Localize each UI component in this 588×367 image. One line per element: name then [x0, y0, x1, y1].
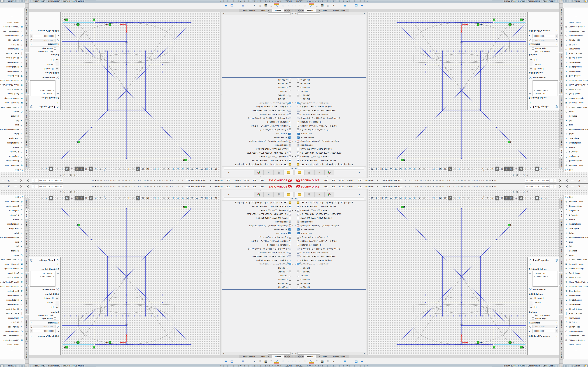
- tree-row[interactable]: ⧉○Ƨ∙∩ ⁎ ◉Λm○◦○mΛ◉ ⁎ ∩∙Ƨ○: [222, 128, 294, 132]
- sketch-tool-move-entities[interactable]: ↗Move Entities: [0, 69, 25, 74]
- sketch-tool-mirror-entities[interactable]: ⧦Mirror Entities: [0, 87, 25, 92]
- sketch-tool-perimeter-circle[interactable]: ◎Perimeter Circle: [0, 200, 25, 204]
- tab-nav-buttons[interactable]: |◀◀▶▶|: [284, 355, 294, 358]
- tab-configurationmanager[interactable]: ⌖: [264, 192, 274, 197]
- command-tab-surfaces[interactable]: Surfaces: [559, 136, 563, 148]
- bottom-toolbar-icon[interactable]: ◔: [235, 359, 240, 364]
- sketch-tool-spline[interactable]: ∿Spline: [563, 132, 588, 136]
- sketch-tool-equation-driven-curve[interactable]: ƒEquation Driven Curve: [563, 127, 588, 132]
- featuremanager-panel[interactable]: ⎘ ⌖ › ⧨ TЯPDL2. ◎ ƷƐ ◎ Ш ◎ ◦ ◎ ✛ ◎ ϽϹ ◎ …: [222, 15, 294, 178]
- sketch-tool-circle[interactable]: ◯Circle: [563, 195, 588, 200]
- command-tab--[interactable]: ⋮: [559, 359, 563, 364]
- sketch-tool-silhouette-entities[interactable]: ⬔Silhouette Entities: [0, 338, 25, 342]
- panel-expand-icon[interactable]: ›: [228, 193, 229, 196]
- search-input[interactable]: [39, 179, 59, 182]
- tree-row[interactable]: (-) Sketch6: [222, 285, 294, 289]
- tree-horizontal-scrollbar[interactable]: ◀ ▶: [222, 12, 294, 15]
- section-add-relations[interactable]: Add Relations⌃: [30, 72, 59, 74]
- relation-badge[interactable]: ⊿3: [64, 346, 68, 349]
- sketch-tool-polygon[interactable]: ⬠Polygon: [563, 253, 588, 258]
- minimize-button[interactable]: —: [570, 179, 575, 182]
- tree-row[interactable]: Sketch3: [294, 274, 366, 277]
- tree-row[interactable]: (-) Sketch4: [294, 82, 366, 86]
- length-spinner[interactable]: ▲▼: [555, 325, 558, 328]
- tree-row[interactable]: ⧉○Ƨ∙∩ ⁎ ◉Λm○◦○mΛ◉ ⁎ ∩∙Ƨ○: [222, 235, 294, 239]
- command-tab--[interactable]: ⋮: [25, 364, 29, 367]
- command-tab-markup[interactable]: Markup: [559, 332, 563, 341]
- scroll-right-icon[interactable]: ▶: [222, 353, 225, 354]
- sketch-tool-perimeter-circle[interactable]: ◎Perimeter Circle: [563, 163, 588, 168]
- sketch-tool-centerpoint-arc[interactable]: ◠Centerpoint Arc: [0, 159, 25, 163]
- sketch-tool-intersection-curve[interactable]: ⌓Intersection Curve: [563, 29, 588, 33]
- checkbox-for-construction[interactable]: [532, 314, 534, 316]
- tree-row[interactable]: ▶A○ƧИΝ◎◦✛Λ✛◎ИΝΛ○◦○ΛΝИ◎✛Λ✛◦◎ИΝ: [222, 224, 294, 227]
- bottom-toolbar-icon[interactable]: ⊾: [331, 3, 336, 8]
- section-parameters[interactable]: Parameters⌃: [529, 322, 558, 324]
- sketch-tool-rotate-entities[interactable]: ↻Rotate Entities: [0, 65, 25, 69]
- relation-badge[interactable]: ╱: [93, 346, 95, 349]
- relation-badge[interactable]: =109: [509, 341, 514, 344]
- relation-item[interactable]: Collinear108: [534, 92, 557, 95]
- tree-row[interactable]: ○ ✛ИΝ◎◉+○ ⁎ ◉[○◦○]◉ ⁎ ○+◉◎ΝИ✛ ○: [222, 117, 294, 120]
- sketch-tool-polygon[interactable]: ⬠Polygon: [0, 253, 25, 258]
- sketch-tool-circular-sketch-pattern[interactable]: ⊛Circular Sketch Pattern: [0, 284, 25, 289]
- tree-row[interactable]: ◫○Ƨ✛ƷƐƧ○ИΝ◎◦✛ϽϹƷƐ∩ƷƐƧ○◦○ƧƷƐ∩ƷƐϹϽ: [294, 151, 366, 155]
- menu-view[interactable]: View: [242, 179, 251, 183]
- command-tab-weldments[interactable]: Weldments: [559, 82, 563, 94]
- search-dropdown-icon[interactable]: ▼: [32, 179, 35, 182]
- command-tab-data-migration[interactable]: Data Migration: [559, 315, 563, 332]
- bottom-toolbar-icon[interactable]: ⌳: [297, 359, 303, 364]
- sketch-tool-perimeter-circle[interactable]: ◎Perimeter Circle: [563, 200, 588, 204]
- account-icon[interactable]: ☻: [26, 179, 29, 182]
- section-additional-parameters[interactable]: Additional Parameters⌄: [30, 335, 59, 337]
- tree-row[interactable]: ★○ƧƼƷƐ✛◦◉◎ΛⱯΦ○◦○ΦⱯΛ◎◉◦✛ƐƷƼƨ○: [222, 204, 294, 208]
- tangent-edge-icon[interactable]: ✋: [584, 0, 588, 2]
- panel-grip[interactable]: [222, 175, 294, 178]
- add-relation-fix-button[interactable]: ⚓: [529, 305, 533, 309]
- sketch-tool-ellipse[interactable]: ⊙Ellipse: [563, 145, 588, 150]
- expand-arrow-icon[interactable]: ▶: [294, 221, 297, 223]
- sketch-tool-extend-entities[interactable]: ┆Extend Entities: [563, 51, 588, 56]
- command-tab-surfaces[interactable]: Surfaces: [25, 136, 29, 148]
- close-button[interactable]: ✕: [1, 179, 5, 182]
- command-tab-mesh-modeling[interactable]: Mesh Modeling: [25, 53, 29, 69]
- tree-row[interactable]: ▶A○ƧИΝ◎◦✛Λ✛◎ИΝΛ○◦○ΛΝИ◎✛Λ✛◦◎ИΝ: [294, 140, 366, 143]
- tree-row[interactable]: (-) Sketch1: [294, 97, 366, 101]
- length-spinner[interactable]: ▲▼: [30, 39, 33, 42]
- relation-badge[interactable]: ⊿3: [77, 141, 80, 143]
- menu-insert[interactable]: Insert: [346, 179, 355, 183]
- command-tab-features[interactable]: Features: [559, 158, 563, 168]
- expand-arrow-icon[interactable]: ▶: [294, 141, 297, 142]
- sketch-tool-center-rectangle[interactable]: ▣Center Rectangle: [563, 262, 588, 267]
- scroll-left-icon[interactable]: ◀: [291, 353, 294, 354]
- relation-item[interactable]: Collinear108: [534, 272, 557, 275]
- menu-window[interactable]: Window: [213, 184, 224, 189]
- bottom-toolbar-icon[interactable]: ⌲: [280, 359, 285, 364]
- relation-badge[interactable]: =109: [477, 23, 482, 26]
- sketch-tool-3-point-arc[interactable]: ◠3 Point Arc: [563, 150, 588, 154]
- featuremanager-tabs[interactable]: ⎘ ⌖ ›: [294, 192, 366, 197]
- scroll-right-icon[interactable]: ▶: [363, 353, 366, 354]
- length-spinner[interactable]: ▲▼: [555, 39, 558, 42]
- sketch-tool-point[interactable]: ▪Point: [0, 244, 25, 249]
- command-tab-sheet-metal[interactable]: Sheet Metal: [25, 95, 29, 108]
- command-tab-mesh-modeling[interactable]: Mesh Modeling: [559, 298, 563, 314]
- status-unit-system[interactable]: Custom▴: [572, 0, 583, 2]
- sketch-tool-scale-entities[interactable]: ⤢Scale Entities: [0, 60, 25, 65]
- sketch-tool-corner-rectangle[interactable]: ▭Corner Rectangle: [563, 96, 588, 101]
- panel-expand-icon[interactable]: ›: [359, 171, 360, 174]
- sketch-tool-copy-entities[interactable]: ⧉Copy Entities: [563, 74, 588, 78]
- sketch-tool-3-point-center-recta-[interactable]: ◇3 Point Center Recta...: [563, 105, 588, 109]
- tree-row[interactable]: (-) Sketch2: [294, 270, 366, 274]
- sketch-tool-equation-driven-curve[interactable]: ƒEquation Driven Curve: [0, 127, 25, 132]
- bottom-toolbar-icon[interactable]: ⊾: [331, 359, 336, 364]
- tree-row[interactable]: ≡Material <not specified>: [294, 120, 366, 124]
- tree-row[interactable]: (-) Sketch2: [222, 270, 294, 274]
- menu-tools[interactable]: Tools: [355, 184, 363, 189]
- tree-row[interactable]: ⌐○ИΝ⚬ɓ℮⚬◉◎○◦○◎◉⚬℮ɓ⚬ΝИ○: [222, 105, 294, 109]
- command-tab--[interactable]: ⋮: [25, 359, 29, 364]
- sketch-tool-linear-sketch-pattern[interactable]: ⧉Linear Sketch Pattern: [0, 280, 25, 284]
- tree-row[interactable]: ⌐○ИΝ⚬ɓ℮⚬◉◎○◦○◎◉⚬℮ɓ⚬ΝИ○: [294, 258, 366, 262]
- tree-row[interactable]: Σ○ƧИΝ◎◦✛Λ∪ᵚƷƐ○◦○ƷƐᵚ∪Λ✛◦◎ИΝƧ○: [222, 239, 294, 243]
- expand-arrow-icon[interactable]: ▶: [291, 156, 294, 158]
